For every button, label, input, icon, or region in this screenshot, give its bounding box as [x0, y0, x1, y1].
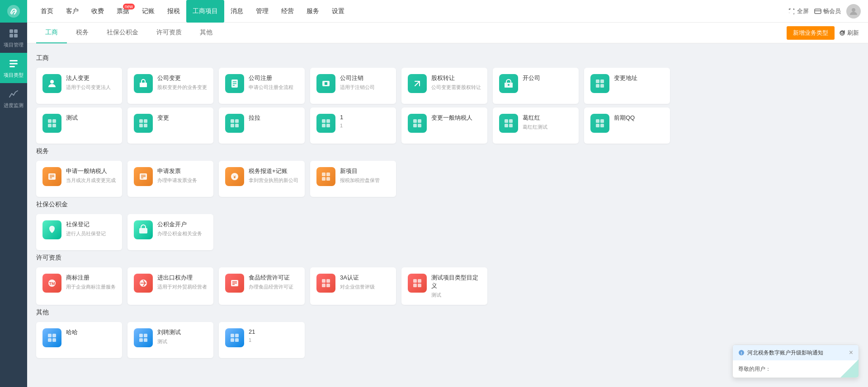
card-icon-ge-honghong	[499, 114, 518, 133]
svg-text:¥: ¥	[233, 175, 236, 179]
sidebar-item-progress-monitor[interactable]: 进度监测	[0, 83, 27, 113]
notification-body: 尊敬的用户：	[733, 360, 859, 378]
svg-rect-29	[144, 119, 147, 123]
card-icon-new-project	[316, 167, 335, 186]
card-apply-invoice[interactable]: 申请发票 办理申请发票业务	[127, 161, 213, 197]
sidebar-item-project-type[interactable]: 项目类型	[0, 53, 27, 83]
card-icon-social-register	[42, 220, 61, 239]
tab-tax[interactable]: 税务	[67, 23, 98, 43]
nav-service[interactable]: 服务	[300, 0, 326, 23]
svg-rect-39	[326, 124, 330, 127]
nav-invoice[interactable]: 票据 new	[110, 0, 136, 23]
section-tax-title: 税务	[36, 147, 859, 155]
card-liu-peice[interactable]: 刘聘测试 测试	[127, 322, 213, 358]
card-text-liu-peice: 刘聘测试 测试	[157, 328, 207, 345]
notification-close-button[interactable]: ×	[849, 349, 853, 357]
industry-card-grid: 法人变更 适用于公司变更法人 公司变更 股权变更外的业务变更	[36, 68, 859, 104]
nav-home[interactable]: 首页	[34, 0, 60, 23]
svg-rect-49	[600, 119, 604, 123]
card-trademark[interactable]: TM 商标注册 用于企业商标注册服务	[36, 267, 122, 305]
card-test-type[interactable]: 测试项目类型目定义 测试	[401, 267, 487, 305]
card-icon-legal-change	[42, 74, 61, 93]
card-haha[interactable]: 哈哈	[36, 322, 122, 358]
card-import-export[interactable]: 进出口权办理 适用于对外贸易经营者	[127, 267, 213, 305]
card-apply-taxpayer[interactable]: 申请一般纳税人 当月或次月成变更完成	[36, 161, 122, 197]
user-avatar[interactable]	[846, 4, 861, 19]
card-text-company-change: 公司变更 股权变更外的业务变更	[157, 74, 207, 91]
svg-rect-32	[231, 119, 234, 123]
card-lala[interactable]: 拉拉	[219, 107, 305, 144]
card-legal-change[interactable]: 法人变更 适用于公司变更法人	[36, 68, 122, 104]
nav-accounting[interactable]: 记账	[136, 0, 161, 23]
card-change-address[interactable]: 变更地址	[584, 68, 670, 104]
card-open-company[interactable]: 开公司	[493, 68, 579, 104]
content-wrapper: 工商 税务 社保公积金 许可资质 其他 新增业务类型 刷新 工商	[27, 23, 868, 387]
svg-rect-48	[596, 119, 599, 123]
nav-settings[interactable]: 设置	[326, 0, 351, 23]
svg-rect-43	[418, 124, 421, 127]
card-change-taxpayer[interactable]: 变更一般纳税人	[401, 107, 487, 144]
nav-manage[interactable]: 管理	[250, 0, 275, 23]
nav-message[interactable]: 消息	[224, 0, 250, 23]
tab-other[interactable]: 其他	[191, 23, 222, 43]
nav-tax[interactable]: 报税	[161, 0, 186, 23]
card-new-project[interactable]: 新项目 报税加税控盘保管	[310, 161, 396, 197]
svg-rect-50	[596, 124, 599, 127]
card-3a-cert[interactable]: 3A认证 对企业信誉评级	[310, 267, 396, 305]
card-equity-transfer[interactable]: 股权转让 公司变更需要股权转让	[401, 68, 487, 104]
svg-rect-35	[235, 124, 239, 127]
main-area: 首页 客户 收费 票据 new 记账 报税 工商项目 消息 管理 经营 服务 设…	[27, 0, 868, 387]
new-type-button[interactable]: 新增业务类型	[787, 26, 835, 40]
svg-rect-75	[326, 279, 330, 283]
tab-license[interactable]: 许可资质	[147, 23, 191, 43]
member-button[interactable]: 畅会员	[814, 7, 841, 15]
card-icon-one	[316, 114, 335, 133]
card-change[interactable]: 变更	[127, 107, 213, 144]
card-text-apply-invoice: 申请发票 办理申请发票业务	[157, 167, 207, 184]
section-license-title: 许可资质	[36, 254, 859, 262]
svg-rect-93	[235, 338, 239, 342]
card-one[interactable]: 1 1	[310, 107, 396, 144]
card-food-license[interactable]: 食品经营许可证 办理食品经营许可证	[219, 267, 305, 305]
svg-rect-5	[9, 60, 18, 61]
card-early-qq[interactable]: 前期QQ	[584, 107, 670, 144]
tab-social[interactable]: 社保公积金	[98, 23, 147, 43]
svg-rect-46	[505, 124, 508, 127]
project-mgmt-icon	[7, 27, 20, 40]
sidebar-item-project-mgmt[interactable]: 项目管理	[0, 23, 27, 53]
card-text-twenty-one: 21 1	[249, 328, 298, 344]
card-icon-apply-invoice	[134, 167, 153, 186]
top-nav: 首页 客户 收费 票据 new 记账 报税 工商项目 消息 管理 经营 服务 设…	[27, 0, 868, 23]
svg-rect-42	[413, 124, 417, 127]
svg-rect-37	[326, 119, 330, 123]
fullscreen-button[interactable]: 全屏	[788, 7, 809, 15]
svg-rect-7	[9, 66, 15, 67]
nav-operate[interactable]: 经营	[275, 0, 300, 23]
card-fund-account[interactable]: 公积金开户 办理公积金相关业务	[127, 214, 213, 250]
tab-industry[interactable]: 工商	[36, 23, 67, 43]
refresh-icon	[839, 30, 845, 36]
nav-industry[interactable]: 工商项目	[186, 0, 224, 23]
nav-client[interactable]: 客户	[60, 0, 85, 23]
card-company-cancel[interactable]: 公司注销 适用于注销公司	[310, 68, 396, 104]
section-social-title: 社保公积金	[36, 200, 859, 209]
notification-title: 河北税务数字账户升级影响通知	[747, 349, 823, 357]
nav-billing[interactable]: 收费	[85, 0, 110, 23]
card-social-register[interactable]: 社保登记 进行人员社保登记	[36, 214, 122, 250]
section-other-title: 其他	[36, 308, 859, 317]
card-icon-equity-transfer	[408, 74, 427, 93]
card-text-import-export: 进出口权办理 适用于对外贸易经营者	[157, 274, 207, 290]
card-company-register[interactable]: 公司注册 申请公司注册全流程	[219, 68, 305, 104]
card-twenty-one[interactable]: 21 1	[219, 322, 305, 358]
svg-rect-36	[322, 119, 326, 123]
refresh-button[interactable]: 刷新	[839, 29, 859, 37]
card-icon-3a-cert	[316, 274, 335, 293]
svg-rect-65	[326, 177, 330, 181]
card-test[interactable]: 测试	[36, 107, 122, 144]
card-company-change[interactable]: 公司变更 股权变更外的业务变更	[127, 68, 213, 104]
project-type-icon	[7, 57, 20, 70]
svg-point-10	[852, 8, 855, 12]
card-ge-honghong[interactable]: 葛红红 葛红红测试	[493, 107, 579, 144]
card-tax-report[interactable]: ¥ 税务报道+记账 拿到营业执照的新公司	[219, 161, 305, 197]
svg-rect-51	[600, 124, 604, 127]
